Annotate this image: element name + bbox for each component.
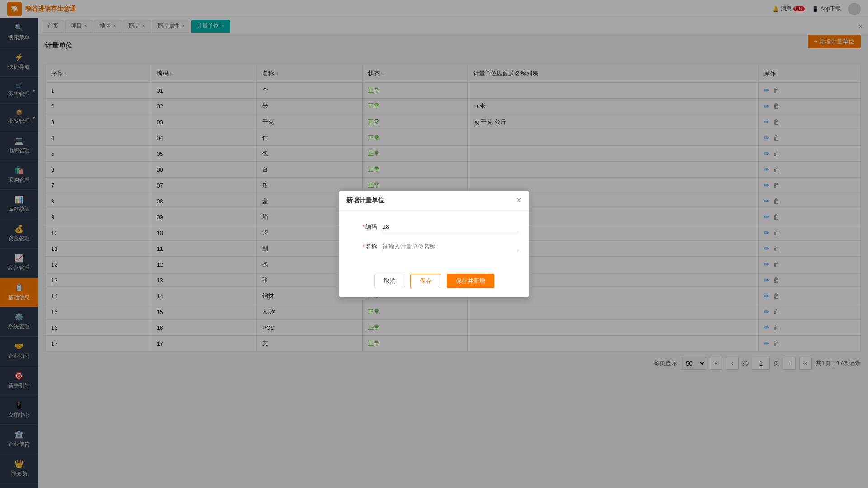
modal-close-button[interactable]: ✕ bbox=[516, 196, 522, 205]
modal-header: 新增计量单位 ✕ bbox=[339, 191, 529, 211]
add-measure-unit-modal: 新增计量单位 ✕ *编码 *名称 取消 保存 保存并新增 bbox=[339, 191, 529, 297]
code-input[interactable] bbox=[382, 221, 518, 232]
save-button[interactable]: 保存 bbox=[410, 274, 441, 288]
form-row-name: *名称 bbox=[350, 241, 518, 252]
modal-overlay: 新增计量单位 ✕ *编码 *名称 取消 保存 保存并新增 bbox=[0, 0, 868, 488]
name-input[interactable] bbox=[382, 241, 518, 252]
required-mark: * bbox=[362, 223, 364, 230]
name-label: *名称 bbox=[350, 243, 377, 251]
cancel-button[interactable]: 取消 bbox=[374, 274, 405, 288]
code-label: *编码 bbox=[350, 223, 377, 231]
modal-body: *编码 *名称 bbox=[339, 211, 529, 268]
save-and-new-button[interactable]: 保存并新增 bbox=[447, 274, 494, 288]
required-mark: * bbox=[362, 243, 364, 250]
form-row-code: *编码 bbox=[350, 221, 518, 232]
modal-title: 新增计量单位 bbox=[346, 197, 384, 205]
modal-footer: 取消 保存 保存并新增 bbox=[339, 268, 529, 297]
